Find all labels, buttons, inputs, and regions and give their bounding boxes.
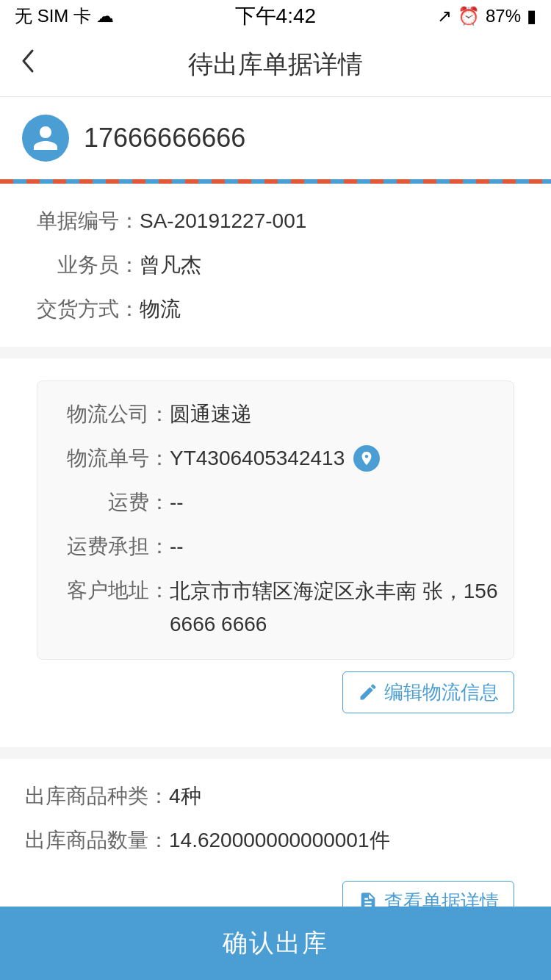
document-number-value: SA-20191227-001 <box>140 206 529 237</box>
company-row: 物流公司： 圆通速递 <box>52 399 499 430</box>
freight-value: -- <box>170 487 499 518</box>
battery-icon: ▮ <box>527 6 536 26</box>
alarm-icon: ⏰ <box>458 6 480 26</box>
back-button[interactable] <box>18 45 38 84</box>
location-icon[interactable] <box>353 445 380 472</box>
document-number-row: 单据编号： SA-20191227-001 <box>22 206 529 237</box>
user-row: 17666666666 <box>0 97 551 179</box>
user-phone: 17666666666 <box>84 123 245 154</box>
tracking-label: 物流单号： <box>52 443 170 474</box>
tracking-row: 物流单号： YT43064053424​13 <box>52 443 499 474</box>
nav-bar: 待出库单据详情 <box>0 32 551 97</box>
company-label: 物流公司： <box>52 399 170 430</box>
address-label: 客户地址： <box>52 575 170 606</box>
gap1 <box>0 347 551 359</box>
edit-button-row: 编辑物流信息 <box>22 660 529 725</box>
delivery-value: 物流 <box>140 294 529 325</box>
company-value: 圆通速递 <box>170 399 499 430</box>
address-value: 北京市市辖区海淀区永丰南 张，156 6666 6666 <box>170 575 499 641</box>
goods-quantity-value: 14.620000000000001件 <box>169 825 529 856</box>
arrow-icon: ↗ <box>437 6 452 26</box>
address-row: 客户地址： 北京市市辖区海淀区永丰南 张，156 6666 6666 <box>52 575 499 641</box>
edit-logistics-label: 编辑物流信息 <box>384 680 499 705</box>
goods-quantity-row: 出库商品数量： 14.620000000000001件 <box>22 825 529 856</box>
goods-types-label: 出库商品种类： <box>22 781 169 812</box>
page-title: 待出库单据详情 <box>188 48 363 82</box>
content-area: 17666666666 单据编号： SA-20191227-001 业务员： 曾… <box>0 97 551 980</box>
staff-label: 业务员： <box>22 250 140 281</box>
confirm-button-label: 确认出库 <box>223 926 328 960</box>
pin-icon <box>359 450 375 466</box>
goods-types-value: 4种 <box>169 781 529 812</box>
confirm-button[interactable]: 确认出库 <box>0 907 551 980</box>
edit-icon <box>358 682 378 702</box>
staff-row: 业务员： 曾凡杰 <box>22 250 529 281</box>
logistics-card: 物流公司： 圆通速递 物流单号： YT43064053424​13 运费： -- <box>37 381 514 660</box>
status-bar: 无 SIM 卡 ☁ 下午4:42 ↗ ⏰ 87% ▮ <box>0 0 551 32</box>
gap2 <box>0 747 551 759</box>
delivery-row: 交货方式： 物流 <box>22 294 529 325</box>
goods-quantity-label: 出库商品数量： <box>22 825 169 856</box>
logistics-section: 物流公司： 圆通速递 物流单号： YT43064053424​13 运费： -- <box>0 359 551 747</box>
person-icon <box>31 123 60 153</box>
freight-bearer-row: 运费承担： -- <box>52 531 499 562</box>
staff-value: 曾凡杰 <box>140 250 529 281</box>
avatar <box>22 115 69 162</box>
freight-bearer-label: 运费承担： <box>52 531 170 562</box>
status-right: ↗ ⏰ 87% ▮ <box>437 6 536 26</box>
delivery-label: 交货方式： <box>22 294 140 325</box>
freight-bearer-value: -- <box>170 531 499 562</box>
edit-logistics-button[interactable]: 编辑物流信息 <box>342 671 514 713</box>
battery-text: 87% <box>486 6 521 26</box>
document-number-label: 单据编号： <box>22 206 140 237</box>
status-time: 下午4:42 <box>235 2 317 30</box>
basic-info-section: 单据编号： SA-20191227-001 业务员： 曾凡杰 交货方式： 物流 <box>0 184 551 347</box>
freight-row: 运费： -- <box>52 487 499 518</box>
sim-wifi-text: 无 SIM 卡 ☁ <box>15 4 114 28</box>
freight-label: 运费： <box>52 487 170 518</box>
goods-types-row: 出库商品种类： 4种 <box>22 781 529 812</box>
tracking-value: YT43064053424​13 <box>170 443 499 474</box>
status-left: 无 SIM 卡 ☁ <box>15 4 114 28</box>
tracking-number-text: YT43064053424​13 <box>170 443 345 474</box>
